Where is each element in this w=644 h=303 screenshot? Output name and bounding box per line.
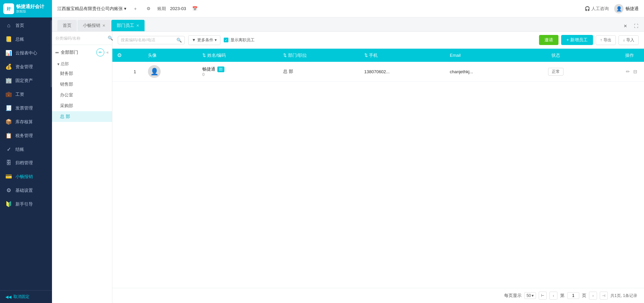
dept-search-input[interactable] <box>55 36 106 41</box>
dept-collapse-button[interactable]: « <box>106 50 109 55</box>
dept-item-sales[interactable]: 销售部 <box>52 79 112 90</box>
dept-item-office[interactable]: 办公室 <box>52 90 112 100</box>
sidebar-item-funds[interactable]: 💰 资金管理 <box>0 60 52 74</box>
company-selector[interactable]: 江西服宝精品有限责任公司内账张 ▾ <box>57 6 126 12</box>
tax-icon: 📋 <box>5 132 12 139</box>
first-icon: ⊢ <box>541 294 544 298</box>
settings-button[interactable]: ⚙ <box>144 4 153 13</box>
show-resigned-toggle[interactable]: ✓ 显示离职员工 <box>224 37 255 43</box>
per-page-select[interactable]: 50 ▾ <box>524 292 536 299</box>
tab-home[interactable]: 首页 <box>57 20 77 31</box>
dept-badge: 部 <box>217 67 224 72</box>
invoice-icon: 🧾 <box>5 105 12 111</box>
sidebar-item-ledger[interactable]: 📒 总账 <box>0 32 52 46</box>
sidebar-item-archive[interactable]: 🗄 归档管理 <box>0 156 52 170</box>
th-phone[interactable]: ⇅ 手机 <box>360 49 445 62</box>
period-label: 账期 <box>157 6 166 12</box>
tab-dept[interactable]: 部门员工 ✕ <box>111 20 145 31</box>
tab-expand-btn[interactable]: ⛶ <box>632 22 640 30</box>
sidebar-item-assets[interactable]: 🏢 固定资产 <box>0 74 52 87</box>
sidebar-item-label: 首页 <box>15 23 24 29</box>
logo-icon: 好 <box>3 3 14 14</box>
search-icon[interactable]: 🔍 <box>176 38 182 43</box>
sidebar-item-label: 基础设置 <box>15 187 33 193</box>
user-area[interactable]: 👤 畅捷通 <box>614 4 639 13</box>
sidebar-item-settings[interactable]: ⚙ 基础设置 <box>0 183 52 197</box>
sidebar-item-guide[interactable]: 🔰 新手引导 <box>0 197 52 211</box>
employee-table-wrapper: ⚙ 头像 ⇅ 姓名/编码 ⇅ 部门/职位 ⇅ 手机 <box>112 49 644 288</box>
assets-icon: 🏢 <box>5 77 12 84</box>
toolbar: 🔍 ▼ 更多条件 ▾ ✓ 显示离职员工 邀请 + 新增员工 ↑ 导出 <box>112 32 644 49</box>
sidebar-item-expense[interactable]: 💳 小畅报销 <box>0 170 52 183</box>
tab-expense-label: 小畅报销 <box>83 23 100 29</box>
prev-page-button[interactable]: ‹ <box>549 292 557 300</box>
pin-icon: ◀◀ <box>5 295 11 299</box>
last-page-button[interactable]: ⊣ <box>600 292 608 300</box>
cancel-pin-button[interactable]: ◀◀ 取消固定 <box>0 290 52 303</box>
calendar-button[interactable]: 📅 <box>190 4 200 13</box>
sidebar-item-checkout[interactable]: ✓ 结账 <box>0 142 52 156</box>
export-button[interactable]: ↑ 导出 <box>596 35 616 45</box>
filter-button[interactable]: ▼ 更多条件 ▾ <box>188 35 220 45</box>
sidebar-item-inventory[interactable]: 📦 库存核算 <box>0 115 52 129</box>
company-name: 江西服宝精品有限责任公司内账张 <box>57 6 123 12</box>
import-icon: ↓ <box>623 38 625 42</box>
th-dept[interactable]: ⇅ 部门/职位 <box>278 49 359 62</box>
expense-icon: 💳 <box>5 173 12 180</box>
dept-all-label[interactable]: 全部部门 <box>61 49 94 55</box>
right-panel: 🔍 ▼ 更多条件 ▾ ✓ 显示离职员工 邀请 + 新增员工 ↑ 导出 <box>112 32 644 303</box>
employee-name: 畅捷通 <box>202 66 215 72</box>
employee-avatar: 👤 <box>148 65 161 78</box>
tab-expense-close[interactable]: ✕ <box>102 24 105 28</box>
th-dept-label: ⇅ 部门/职位 <box>283 53 307 58</box>
sidebar-item-invoice[interactable]: 🧾 发票管理 <box>0 101 52 115</box>
page-suffix: 页 <box>582 293 586 299</box>
service-button[interactable]: 🎧 人工咨询 <box>585 6 609 12</box>
import-button[interactable]: ↓ 导入 <box>619 35 639 45</box>
table-header-row: ⚙ 头像 ⇅ 姓名/编码 ⇅ 部门/职位 ⇅ 手机 <box>112 49 644 62</box>
dept-item-headquarters[interactable]: 总 部 <box>52 111 112 122</box>
gear-icon: ⚙ <box>117 52 122 58</box>
employee-phone: 138070602... <box>364 69 390 74</box>
page-label: 第 <box>560 293 565 299</box>
th-settings[interactable]: ⚙ <box>112 49 126 62</box>
action-icons: ✏ ⊟ <box>591 69 637 74</box>
sidebar-item-label: 新手引导 <box>15 201 33 207</box>
add-tab-button[interactable]: ＋ <box>130 4 140 13</box>
logo-text-area: 畅捷通好会计 旗舰版 <box>16 4 44 14</box>
logout-button[interactable]: ⊟ <box>633 69 637 74</box>
toolbar-right: 邀请 + 新增员工 ↑ 导出 ↓ 导入 <box>539 35 639 45</box>
ledger-icon: 📒 <box>5 36 12 42</box>
page-input[interactable] <box>567 292 579 299</box>
sidebar-item-label: 云报表中心 <box>15 50 37 56</box>
row-email-cell: chanjethkj... <box>445 62 525 82</box>
sidebar-item-salary[interactable]: 💼 工资 <box>0 87 52 101</box>
edit-button[interactable]: ✏ <box>626 69 630 74</box>
sidebar-item-tax[interactable]: 📋 税务管理 <box>0 129 52 142</box>
tab-expense[interactable]: 小畅报销 ✕ <box>77 20 111 31</box>
dept-item-procurement[interactable]: 采购部 <box>52 100 112 111</box>
dept-edit-button[interactable]: ✏ <box>96 48 104 56</box>
add-employee-button[interactable]: + 新增员工 <box>561 35 593 45</box>
sidebar-item-label: 总账 <box>15 36 24 42</box>
next-page-button[interactable]: › <box>589 292 597 300</box>
main-area: 江西服宝精品有限责任公司内账张 ▾ ＋ ⚙ 账期 2023-03 📅 🎧 人工咨… <box>52 0 644 303</box>
first-page-button[interactable]: ⊢ <box>539 292 547 300</box>
gear-icon: ⚙ <box>147 6 151 11</box>
avatar: 👤 <box>614 4 624 13</box>
th-name[interactable]: ⇅ 姓名/编码 <box>198 49 278 62</box>
tab-dept-close[interactable]: ✕ <box>136 24 139 28</box>
dept-tree: ▾ 总部 财务部 销售部 办公室 采购部 总 部 <box>52 58 112 123</box>
sidebar-item-reports[interactable]: 📊 云报表中心 <box>0 46 52 60</box>
settings-icon: ⚙ <box>5 187 12 193</box>
edit-icon: ✏ <box>99 50 102 55</box>
dept-tree-header: ▪▪ 全部部门 ✏ « <box>52 45 112 58</box>
sidebar-item-home[interactable]: ⌂ 首页 <box>0 19 52 32</box>
tab-close-btn[interactable]: ✕ <box>621 22 629 30</box>
employee-search-input[interactable] <box>121 38 174 42</box>
period-value[interactable]: 2023-03 <box>170 6 186 11</box>
dept-item-finance[interactable]: 财务部 <box>52 68 112 79</box>
employee-email: chanjethkj... <box>450 69 473 74</box>
inventory-icon: 📦 <box>5 119 12 125</box>
invite-button[interactable]: 邀请 <box>539 35 558 45</box>
